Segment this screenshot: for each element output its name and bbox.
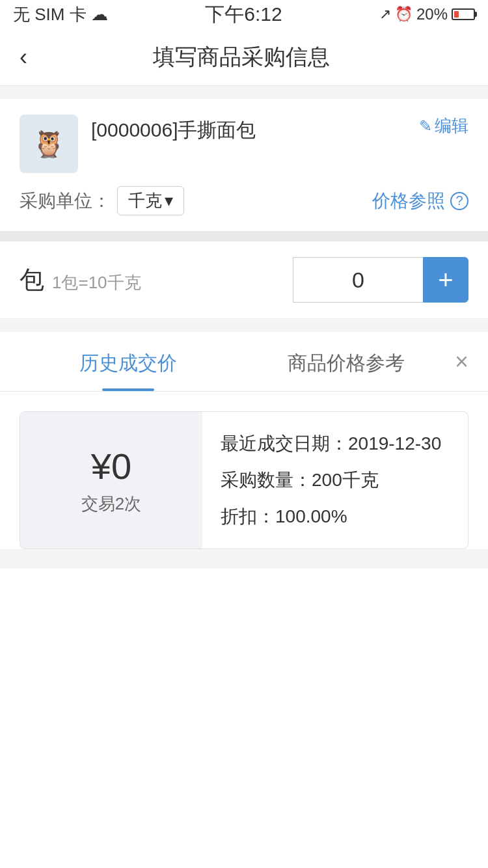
tab-price-reference[interactable]: 商品价格参考 (237, 332, 454, 391)
date-value: 2019-12-30 (348, 433, 441, 454)
battery-icon (452, 8, 475, 20)
transaction-count: 交易2次 (81, 493, 141, 515)
tabs-panel: 历史成交价 商品价格参考 × ¥0 交易2次 最近成交日期：2019-12-30… (0, 332, 488, 549)
transaction-details: 最近成交日期：2019-12-30 采购数量：200千克 折扣：100.00% (202, 412, 468, 549)
product-left: 🦉 [0000006]手撕面包 (20, 115, 256, 173)
discount-value: 100.00% (275, 506, 347, 526)
discount-label: 折扣： (221, 506, 275, 526)
product-top: 🦉 [0000006]手撕面包 ✎ 编辑 (20, 115, 468, 173)
edit-label: 编辑 (435, 115, 468, 137)
tabs-header: 历史成交价 商品价格参考 × (0, 332, 488, 392)
status-right: ↗ ⏰ 20% (379, 5, 475, 23)
unit-label: 采购单位： (20, 189, 111, 213)
unit-value: 千克 (128, 189, 162, 212)
edit-button[interactable]: ✎ 编辑 (419, 115, 468, 137)
price-reference-button[interactable]: 价格参照 ? (372, 189, 468, 213)
price-ref-icon: ? (450, 192, 468, 210)
close-tab-button[interactable]: × (455, 335, 468, 388)
edit-icon: ✎ (419, 117, 432, 135)
unit-label-area: 包 1包=10千克 (20, 264, 141, 297)
unit-character: 包 (20, 264, 44, 297)
transaction-date: 最近成交日期：2019-12-30 (221, 431, 450, 456)
transaction-summary: ¥0 交易2次 (20, 412, 202, 549)
unit-conversion: 1包=10千克 (52, 271, 141, 294)
purchase-unit: 采购单位： 千克 ▾ (20, 186, 184, 215)
status-time: 下午6:12 (205, 1, 282, 28)
quantity-control: + (293, 257, 468, 303)
transaction-discount: 折扣：100.00% (221, 504, 450, 529)
unit-select-dropdown[interactable]: 千克 ▾ (117, 186, 184, 215)
qty-value: 200千克 (312, 470, 379, 490)
header: ‹ 填写商品采购信息 (0, 29, 488, 86)
back-button[interactable]: ‹ (20, 44, 27, 71)
status-bar: 无 SIM 卡 ☁ 下午6:12 ↗ ⏰ 20% (0, 0, 488, 29)
product-bottom: 采购单位： 千克 ▾ 价格参照 ? (20, 186, 468, 215)
tab-historical-price[interactable]: 历史成交价 (20, 332, 237, 391)
battery-percent: 20% (416, 5, 448, 23)
location-icon: ↗ (379, 6, 391, 23)
date-label: 最近成交日期： (221, 433, 348, 454)
quantity-input[interactable] (293, 257, 423, 303)
dropdown-arrow: ▾ (165, 191, 173, 211)
price-ref-label: 价格参照 (372, 189, 445, 213)
qty-label: 采购数量： (221, 470, 312, 490)
product-image: 🦉 (20, 115, 78, 173)
quantity-row: 包 1包=10千克 + (0, 241, 488, 319)
page-title: 填写商品采购信息 (40, 42, 442, 72)
transaction-price: ¥0 (91, 445, 131, 487)
product-name: [0000006]手撕面包 (91, 117, 256, 144)
sim-label: 无 SIM 卡 ☁ (13, 3, 108, 26)
product-thumbnail-icon: 🦉 (33, 129, 65, 159)
transaction-card: ¥0 交易2次 最近成交日期：2019-12-30 采购数量：200千克 折扣：… (20, 411, 468, 549)
product-card: 🦉 [0000006]手撕面包 ✎ 编辑 采购单位： 千克 ▾ 价格参照 ? (0, 99, 488, 231)
transaction-quantity: 采购数量：200千克 (221, 468, 450, 493)
battery-fill (454, 11, 459, 18)
alarm-icon: ⏰ (395, 6, 413, 23)
section-divider (0, 231, 488, 241)
bottom-area (0, 569, 488, 868)
quantity-plus-button[interactable]: + (423, 257, 468, 303)
status-left: 无 SIM 卡 ☁ (13, 3, 108, 26)
